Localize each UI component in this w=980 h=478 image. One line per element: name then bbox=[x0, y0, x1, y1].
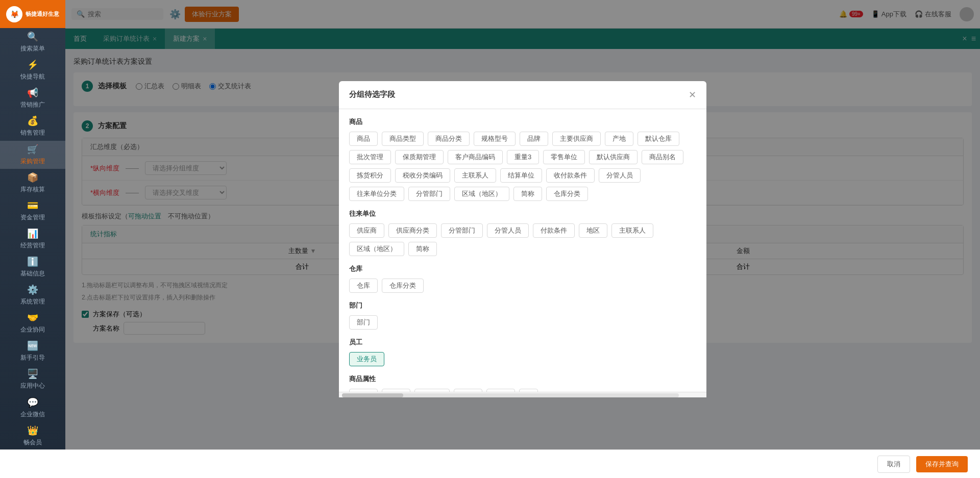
sidebar-item-label: 营销推广 bbox=[20, 100, 45, 109]
field-pay-terms[interactable]: 付款条件 bbox=[533, 223, 575, 238]
modal-hscroll-track[interactable] bbox=[339, 392, 706, 397]
sidebar-item-wechat[interactable]: 💬 企业微信 bbox=[0, 394, 65, 422]
sidebar-item-newbie[interactable]: 🆕 新手引导 bbox=[0, 337, 65, 365]
sidebar-item-purchase[interactable]: 🛒 采购管理 bbox=[0, 141, 65, 169]
section-warehouse: 仓库 仓库 仓库分类 bbox=[349, 264, 696, 293]
field-main-contact2[interactable]: 主联系人 bbox=[611, 223, 653, 238]
sidebar-item-marketing[interactable]: 📢 营销推广 bbox=[0, 84, 65, 112]
sidebar-item-collab[interactable]: 🤝 企业协同 bbox=[0, 309, 65, 337]
modal-body[interactable]: 商品 商品 商品类型 商品分类 规格型号 品牌 主要供应商 产地 默认仓库 批次… bbox=[339, 109, 706, 392]
section-product: 商品 商品 商品类型 商品分类 规格型号 品牌 主要供应商 产地 默认仓库 批次… bbox=[349, 117, 696, 201]
sidebar-item-system[interactable]: ⚙️ 系统管理 bbox=[0, 281, 65, 309]
field-dept[interactable]: 分管部门 bbox=[441, 223, 483, 238]
field-warehouse-cat[interactable]: 仓库分类 bbox=[382, 279, 424, 293]
modal-hscroll-thumb bbox=[342, 393, 403, 397]
field-shoe-size[interactable]: 鞋码 bbox=[486, 389, 515, 392]
dept-fields: 部门 bbox=[349, 315, 696, 330]
sidebar-item-label: 应用中心 bbox=[20, 382, 45, 390]
field-retail-unit[interactable]: 零售单位 bbox=[543, 150, 585, 164]
field-product-alias[interactable]: 商品别名 bbox=[642, 150, 683, 164]
section-employee: 员工 业务员 bbox=[349, 338, 696, 366]
field-expiry-mgmt[interactable]: 保质期管理 bbox=[395, 150, 444, 164]
field-warehouse-category[interactable]: 仓库分类 bbox=[546, 187, 588, 201]
modal-close-icon[interactable]: ✕ bbox=[689, 89, 696, 100]
field-supervisor[interactable]: 分管人员 bbox=[599, 168, 641, 183]
field-product-type[interactable]: 商品类型 bbox=[382, 132, 424, 146]
logo-icon: 🦊 bbox=[6, 6, 22, 22]
field-person[interactable]: 分管人员 bbox=[487, 223, 529, 238]
field-default-supplier[interactable]: 默认供应商 bbox=[589, 150, 638, 164]
field-multi-spec[interactable]: 多规格 bbox=[414, 389, 450, 392]
field-salesperson[interactable]: 业务员 bbox=[349, 352, 384, 366]
field-default-warehouse[interactable]: 默认仓库 bbox=[638, 132, 679, 146]
field-payment-terms[interactable]: 收付款条件 bbox=[546, 168, 595, 183]
sidebar-item-apps[interactable]: 🖥️ 应用中心 bbox=[0, 365, 65, 393]
field-product-category[interactable]: 商品分类 bbox=[428, 132, 470, 146]
field-settlement-unit[interactable]: 结算单位 bbox=[500, 168, 542, 183]
sidebar-logo[interactable]: 🦊 畅捷通好生意 bbox=[0, 0, 65, 28]
field-region[interactable]: 区域（地区） bbox=[454, 187, 509, 201]
field-supplier[interactable]: 供应商 bbox=[349, 223, 384, 238]
employee-fields: 业务员 bbox=[349, 352, 696, 366]
warehouse-fields: 仓库 仓库分类 bbox=[349, 279, 696, 293]
bottom-bar: 取消 保存并查询 bbox=[0, 449, 980, 478]
save-query-button[interactable]: 保存并查询 bbox=[916, 456, 968, 472]
field-num1[interactable]: 1 bbox=[519, 389, 538, 392]
sidebar-item-label: 新手引导 bbox=[20, 354, 45, 362]
section-party-title: 往来单位 bbox=[349, 209, 696, 218]
purchase-icon: 🛒 bbox=[27, 144, 38, 155]
product-fields: 商品 商品类型 商品分类 规格型号 品牌 主要供应商 产地 默认仓库 批次管理 … bbox=[349, 132, 696, 201]
section-dept-title: 部门 bbox=[349, 301, 696, 310]
section-warehouse-title: 仓库 bbox=[349, 264, 696, 273]
sidebar-item-label: 企业微信 bbox=[20, 410, 45, 419]
field-region2[interactable]: 区域（地区） bbox=[349, 242, 404, 256]
sidebar-item-quick[interactable]: ⚡ 快捷导航 bbox=[0, 56, 65, 84]
cancel-button[interactable]: 取消 bbox=[877, 456, 910, 473]
sidebar-item-finance[interactable]: 💳 资金管理 bbox=[0, 197, 65, 225]
field-pick-score[interactable]: 拣货积分 bbox=[349, 168, 391, 183]
sidebar-item-info[interactable]: ℹ️ 基础信息 bbox=[0, 253, 65, 281]
field-brand[interactable]: 品牌 bbox=[520, 132, 548, 146]
field-main-contact[interactable]: 主联系人 bbox=[454, 168, 496, 183]
newbie-icon: 🆕 bbox=[27, 340, 38, 351]
field-color[interactable]: 颜色 bbox=[382, 389, 410, 392]
party-fields: 供应商 供应商分类 分管部门 分管人员 付款条件 地区 主联系人 区域（地区） … bbox=[349, 223, 696, 256]
field-short-name[interactable]: 简称 bbox=[513, 187, 542, 201]
field-dept2[interactable]: 部门 bbox=[349, 315, 378, 330]
field-main-supplier[interactable]: 主要供应商 bbox=[552, 132, 601, 146]
sidebar-item-inventory[interactable]: 📦 库存核算 bbox=[0, 169, 65, 197]
sidebar-item-management[interactable]: 📊 经营管理 bbox=[0, 225, 65, 253]
field-warehouse[interactable]: 仓库 bbox=[349, 279, 378, 293]
marketing-icon: 📢 bbox=[27, 87, 38, 98]
field-weight3[interactable]: 重量3 bbox=[507, 150, 539, 164]
field-spec-model[interactable]: 规格型号 bbox=[474, 132, 516, 146]
field-size[interactable]: 尺码 bbox=[454, 389, 482, 392]
field-tax-code[interactable]: 税收分类编码 bbox=[395, 168, 450, 183]
system-icon: ⚙️ bbox=[27, 284, 38, 295]
field-batch-mgmt[interactable]: 批次管理 bbox=[349, 150, 391, 164]
sidebar-item-search[interactable]: 🔍 搜索菜单 bbox=[0, 28, 65, 56]
field-area[interactable]: 地区 bbox=[579, 223, 607, 238]
field-product[interactable]: 商品 bbox=[349, 132, 378, 146]
sidebar-item-sales[interactable]: 💰 销售管理 bbox=[0, 112, 65, 140]
section-employee-title: 员工 bbox=[349, 338, 696, 347]
section-dept: 部门 部门 bbox=[349, 301, 696, 330]
info-icon: ℹ️ bbox=[27, 256, 38, 267]
sidebar-item-label: 库存核算 bbox=[20, 185, 45, 194]
field-customer-code[interactable]: 客户商品编码 bbox=[448, 150, 503, 164]
field-short-name2[interactable]: 简称 bbox=[408, 242, 437, 256]
field-dept-supervised[interactable]: 分管部门 bbox=[408, 187, 450, 201]
sidebar-item-label: 快捷导航 bbox=[20, 72, 45, 81]
field-party-category[interactable]: 往来单位分类 bbox=[349, 187, 404, 201]
field-origin[interactable]: 产地 bbox=[605, 132, 633, 146]
modal-overlay: 分组待选字段 ✕ 商品 商品 商品类型 商品分类 规格型号 品牌 主要供应商 产… bbox=[65, 0, 980, 478]
sidebar-item-vip[interactable]: 👑 畅会员 bbox=[0, 422, 65, 450]
sidebar-item-label: 销售管理 bbox=[20, 129, 45, 137]
sidebar: 🦊 畅捷通好生意 🔍 搜索菜单 ⚡ 快捷导航 📢 营销推广 💰 销售管理 🛒 采… bbox=[0, 0, 65, 478]
field-attr[interactable]: 属性 bbox=[349, 389, 378, 392]
section-product-attr: 商品属性 属性 颜色 多规格 尺码 鞋码 1 bbox=[349, 374, 696, 392]
wechat-icon: 💬 bbox=[27, 397, 38, 408]
section-product-title: 商品 bbox=[349, 117, 696, 127]
field-supplier-category[interactable]: 供应商分类 bbox=[388, 223, 437, 238]
sidebar-item-label: 搜索菜单 bbox=[20, 44, 45, 53]
